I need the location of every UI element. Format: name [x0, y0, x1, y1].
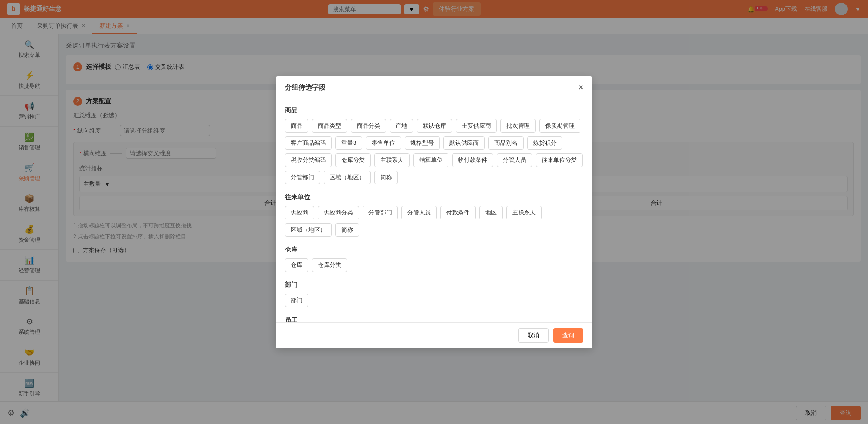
tag-customer-code[interactable]: 客户商品编码 — [285, 136, 332, 150]
tag-partner-category[interactable]: 往来单位分类 — [536, 153, 583, 167]
tag-retail-unit[interactable]: 零售单位 — [366, 136, 401, 150]
section-dept: 部门 部门 — [285, 281, 583, 307]
tag-manager[interactable]: 分管人员 — [497, 153, 532, 167]
tag-default-warehouse[interactable]: 默认仓库 — [417, 119, 452, 133]
tag-warehouse-cat[interactable]: 仓库分类 — [312, 258, 347, 272]
section-goods-title: 商品 — [285, 106, 583, 114]
tag-partner-dept[interactable]: 分管部门 — [363, 206, 398, 219]
section-partner-title: 往来单位 — [285, 193, 583, 201]
section-warehouse: 仓库 仓库 仓库分类 — [285, 246, 583, 272]
tag-settlement-unit[interactable]: 结算单位 — [413, 153, 448, 167]
tag-warehouse[interactable]: 仓库 — [285, 258, 308, 272]
tag-partner-region[interactable]: 区域（地区） — [285, 223, 332, 237]
tag-spec-model[interactable]: 规格型号 — [405, 136, 440, 150]
modal-header: 分组待选字段 × — [276, 76, 592, 99]
tag-partner-manager[interactable]: 分管人员 — [401, 206, 437, 219]
tag-goods-type[interactable]: 商品类型 — [312, 119, 347, 133]
tag-supplier[interactable]: 供应商 — [285, 206, 314, 219]
tag-batch-mgmt[interactable]: 批次管理 — [500, 119, 536, 133]
modal-title: 分组待选字段 — [285, 83, 326, 92]
field-select-modal: 分组待选字段 × 商品 商品 商品类型 商品分类 产地 默认仓库 主要供应商 批… — [276, 76, 592, 348]
tag-supplier-category[interactable]: 供应商分类 — [318, 206, 359, 219]
tag-goods-alias[interactable]: 商品别名 — [488, 136, 524, 150]
tag-abbr[interactable]: 简称 — [374, 171, 398, 184]
confirm-button[interactable]: 查询 — [553, 328, 583, 343]
modal-body: 商品 商品 商品类型 商品分类 产地 默认仓库 主要供应商 批次管理 保质期管理… — [276, 99, 592, 322]
tag-dept[interactable]: 分管部门 — [285, 171, 320, 184]
tag-payment-terms[interactable]: 收付款条件 — [452, 153, 493, 167]
tag-weight3[interactable]: 重量3 — [335, 136, 362, 150]
tag-area[interactable]: 地区 — [479, 206, 503, 219]
tag-partner-contact[interactable]: 主联系人 — [506, 206, 542, 219]
tag-main-contact[interactable]: 主联系人 — [374, 153, 410, 167]
section-partner: 往来单位 供应商 供应商分类 分管部门 分管人员 付款条件 地区 主联系人 区域… — [285, 193, 583, 237]
modal-overlay: 分组待选字段 × 商品 商品 商品类型 商品分类 产地 默认仓库 主要供应商 批… — [0, 0, 868, 424]
modal-footer: 取消 查询 — [276, 322, 592, 348]
tag-partner-abbr[interactable]: 简称 — [335, 223, 359, 237]
tag-tax-code[interactable]: 税收分类编码 — [285, 153, 332, 167]
tag-default-supplier[interactable]: 默认供应商 — [443, 136, 485, 150]
tag-expiry-mgmt[interactable]: 保质期管理 — [539, 119, 580, 133]
tag-region[interactable]: 区域（地区） — [324, 171, 371, 184]
tag-department[interactable]: 部门 — [285, 294, 308, 307]
section-employee: 员工 业务员 — [285, 316, 583, 322]
section-warehouse-title: 仓库 — [285, 246, 583, 254]
tag-main-supplier[interactable]: 主要供应商 — [456, 119, 497, 133]
tag-warehouse-category[interactable]: 仓库分类 — [335, 153, 371, 167]
section-employee-title: 员工 — [285, 316, 583, 322]
modal-close-button[interactable]: × — [578, 83, 583, 92]
cancel-button[interactable]: 取消 — [518, 328, 549, 343]
section-dept-title: 部门 — [285, 281, 583, 289]
section-warehouse-tags: 仓库 仓库分类 — [285, 258, 583, 272]
tag-payment-cond[interactable]: 付款条件 — [440, 206, 476, 219]
tag-goods-category[interactable]: 商品分类 — [351, 119, 386, 133]
tag-origin[interactable]: 产地 — [390, 119, 413, 133]
section-goods: 商品 商品 商品类型 商品分类 产地 默认仓库 主要供应商 批次管理 保质期管理… — [285, 106, 583, 184]
section-dept-tags: 部门 — [285, 294, 583, 307]
tag-goods[interactable]: 商品 — [285, 119, 308, 133]
section-partner-tags: 供应商 供应商分类 分管部门 分管人员 付款条件 地区 主联系人 区域（地区） … — [285, 206, 583, 237]
section-goods-tags: 商品 商品类型 商品分类 产地 默认仓库 主要供应商 批次管理 保质期管理 客户… — [285, 119, 583, 184]
tag-refine-points[interactable]: 炼货积分 — [527, 136, 562, 150]
